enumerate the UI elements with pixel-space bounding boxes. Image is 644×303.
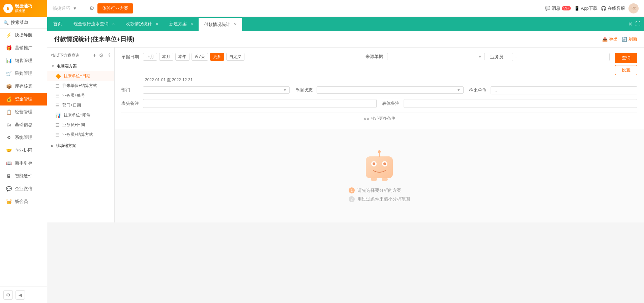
empty-hints: 1 请先选择要分析的方案 2 用过滤条件来缩小分析范围 (349, 187, 410, 202)
receive-tab-close[interactable]: ✕ (155, 22, 158, 26)
sidebar-item-wechat[interactable]: 💬 企业微信 (0, 182, 47, 195)
scheme-item-partner-settle[interactable]: ☰ 往来单位+结算方式 (47, 81, 114, 91)
sidebar-item-sales[interactable]: 📊 销售管理 (0, 54, 47, 67)
staff-ellipsis: ... (515, 55, 518, 59)
date-btn-this-month[interactable]: 本月 (159, 53, 173, 61)
settings-footer-btn[interactable]: ⚙ (3, 290, 13, 300)
tab-receive[interactable]: 收款情况统计 ✕ (120, 17, 164, 31)
svg-point-6 (378, 150, 381, 153)
basic-label: 基础信息 (15, 122, 32, 128)
sidebar-item-member[interactable]: 👑 畅会员 (0, 195, 47, 208)
date-btn-last-month[interactable]: 上月 (143, 53, 157, 61)
sidebar-item-marketing[interactable]: 🎁 营销推广 (0, 41, 47, 54)
empty-illustration (359, 150, 400, 183)
hardware-icon: 🖥 (5, 173, 12, 179)
status-select[interactable]: ▼ (317, 86, 463, 94)
user-avatar[interactable]: Rit (628, 3, 639, 13)
collapse-filter-btn[interactable]: ∧∧ 收起更多条件 (121, 113, 637, 124)
desktop-group-label: 电脑端方案 (57, 63, 77, 69)
bank-tab-close[interactable]: ✕ (112, 22, 115, 26)
service-icon: 🎧 (601, 6, 606, 11)
sidebar-item-system[interactable]: ⚙ 系统管理 (0, 131, 47, 144)
sales-icon: 📊 (5, 58, 12, 63)
sidebar-item-inventory[interactable]: 📦 库存核算 (0, 80, 47, 93)
staff-input[interactable]: ... (512, 53, 610, 61)
query-btn[interactable]: 查询 (615, 53, 637, 63)
header-note-input[interactable] (143, 99, 377, 108)
message-label: 消息 (552, 5, 560, 11)
scheme-item-staff-account[interactable]: ☰ 业务员+账号 (47, 91, 114, 100)
body-note-label: 表体备注 (382, 100, 401, 107)
main-area: 畅捷通巧 ▼ ⚙ 体验行业方案 💬 消息 99+ 📱 App下载 🎧 在线客服 … (47, 0, 644, 303)
sidebar-item-cooperation[interactable]: 🤝 企业协同 (0, 144, 47, 157)
robot-svg (359, 150, 400, 183)
payment-tab-close[interactable]: ✕ (234, 22, 237, 27)
finance-icon: 💰 (5, 96, 12, 102)
dept-select[interactable]: ▼ (143, 86, 290, 94)
body-note-input[interactable] (404, 99, 637, 108)
tab-bank[interactable]: 现金银行流水查询 ✕ (68, 17, 120, 31)
scheme-group-mobile-title[interactable]: ▶ 移动端方案 (47, 141, 114, 151)
staff-date-icon: ☰ (55, 122, 60, 128)
scheme-item-dept-date[interactable]: ☰ 部门+日期 (47, 100, 114, 110)
cooperation-label: 企业协同 (15, 147, 32, 153)
date-btn-custom[interactable]: 自定义 (226, 53, 244, 61)
member-icon: 👑 (5, 199, 12, 204)
partner-label: 往来单位 (469, 87, 488, 93)
scheme-item-staff-date[interactable]: ☰ 业务员+日期 (47, 120, 114, 130)
message-btn[interactable]: 💬 消息 99+ (545, 5, 571, 11)
scheme-group-desktop-title[interactable]: ▼ 电脑端方案 (47, 61, 114, 71)
source-select[interactable]: ▼ (387, 53, 485, 60)
add-scheme-btn[interactable]: + (93, 52, 96, 59)
sidebar-item-basic[interactable]: 🗂 基础信息 (0, 118, 47, 131)
scheme-item-staff-settle[interactable]: ☰ 业务员+结算方式 (47, 130, 114, 140)
tab-home[interactable]: 首页 (47, 17, 68, 31)
scheme-settings-btn[interactable]: ⚙ (99, 52, 104, 59)
new-scheme-tab-close[interactable]: ✕ (190, 22, 193, 26)
purchase-label: 采购管理 (15, 70, 32, 77)
filter-source-field: 来源单据 ▼ (365, 53, 485, 60)
refresh-btn[interactable]: 🔄 刷新 (622, 36, 637, 42)
scheme-item-partner-account[interactable]: 📊 往来单位+账号 (47, 110, 114, 120)
cooperation-icon: 🤝 (5, 148, 12, 153)
filter-body-note-field: 表体备注 (382, 99, 637, 108)
date-btn-7days[interactable]: 近7天 (192, 53, 208, 61)
online-service-btn[interactable]: 🎧 在线客服 (601, 5, 625, 11)
tab-payment[interactable]: 付款情况统计 ✕ (199, 17, 242, 31)
export-icon: 📤 (602, 37, 608, 42)
filter-area: 单据日期 上月 本月 本年 近7天 更多 自定义 来源单据 (115, 48, 644, 129)
sidebar-item-finance[interactable]: 💰 资金管理 (0, 93, 47, 105)
date-btn-more[interactable]: 更多 (210, 53, 224, 61)
sidebar-item-operation[interactable]: 📋 经营管理 (0, 105, 47, 118)
header-settings-icon[interactable]: ⚙ (89, 5, 94, 11)
partner-account-label: 往来单位+账号 (64, 112, 90, 118)
search-menu-item[interactable]: 🔍 搜索菜单 (0, 17, 47, 29)
sidebar-item-shortcuts[interactable]: ⚡ 快捷导航 (0, 29, 47, 41)
collapse-sidebar-btn[interactable]: ◀ (16, 290, 25, 300)
empty-state: 1 请先选择要分析的方案 2 用过滤条件来缩小分析范围 (115, 129, 644, 222)
app-download-btn[interactable]: 📱 App下载 (574, 5, 597, 11)
scheme-item-partner-date[interactable]: 🔶 往来单位+日期 (47, 71, 114, 81)
scheme-collapse-btn[interactable]: 《 (106, 52, 110, 59)
member-label: 畅会员 (15, 199, 28, 205)
partner-input[interactable]: ... (491, 86, 637, 94)
svg-rect-8 (382, 178, 388, 181)
sidebar-item-hardware[interactable]: 🖥 智能硬件 (0, 170, 47, 182)
collapse-icon: ∧∧ (363, 116, 370, 121)
sidebar-item-guide[interactable]: 📖 新手引导 (0, 157, 47, 170)
date-range-display: 2022-01-01 至 2022-12-31 (145, 77, 637, 83)
purchase-icon: 🛒 (5, 71, 12, 76)
hint-text-1: 请先选择要分析的方案 (357, 187, 401, 193)
date-btn-this-year[interactable]: 本年 (175, 53, 189, 61)
guide-label: 新手引导 (15, 160, 32, 166)
trial-btn[interactable]: 体验行业方案 (97, 3, 133, 13)
filter-settings-btn[interactable]: 设置 (615, 65, 637, 75)
bank-tab-label: 现金银行流水查询 (74, 21, 109, 27)
tab-new-scheme[interactable]: 新建方案 ✕ (164, 17, 199, 31)
close-window-icon[interactable]: ✕ (628, 21, 633, 27)
breadcrumb-chevron: ▼ (73, 6, 77, 11)
filter-row-1: 单据日期 上月 本月 本年 近7天 更多 自定义 来源单据 (121, 53, 637, 75)
export-btn[interactable]: 📤 导出 (602, 36, 618, 42)
maximize-window-icon[interactable]: ⛶ (635, 21, 641, 27)
sidebar-item-purchase[interactable]: 🛒 采购管理 (0, 67, 47, 80)
